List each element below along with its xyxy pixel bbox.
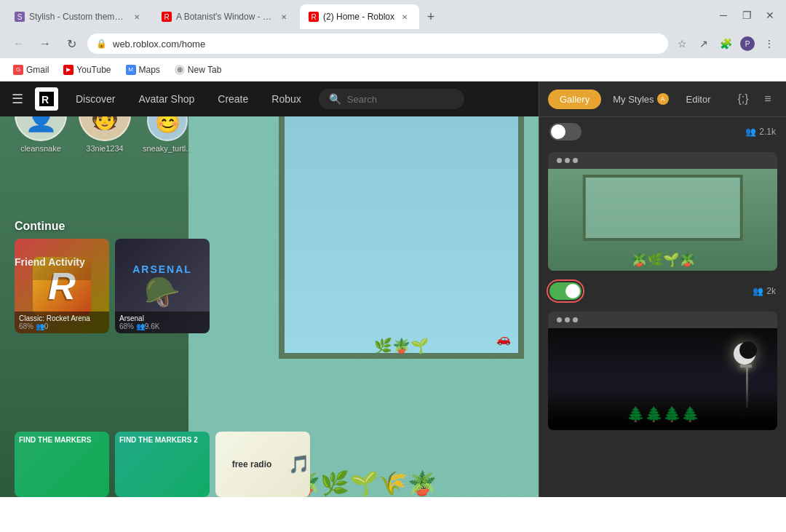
code-icon[interactable]: {;} <box>734 90 753 108</box>
header-icons: {;} ≡ <box>734 90 777 108</box>
toggle-1[interactable] <box>549 123 581 140</box>
bookmark-newtab[interactable]: ⊕ New Tab <box>170 63 226 76</box>
forward-button[interactable]: → <box>35 33 55 54</box>
tab-stylish[interactable]: S Stylish - Custom themes for any... ✕ <box>6 4 151 29</box>
night-dot3 <box>573 317 578 322</box>
hamburger-menu[interactable]: ☰ <box>12 91 23 107</box>
stylish-panel: Gallery My Styles A Editor {;} ≡ <box>539 82 786 497</box>
window-controls: ─ ❐ ✕ <box>713 5 780 28</box>
tab-home[interactable]: R (2) Home - Roblox ✕ <box>300 4 419 29</box>
maps-favicon: M <box>126 65 136 75</box>
tab-close-stylish[interactable]: ✕ <box>131 11 143 23</box>
rocket-arena-info: Classic: Rocket Arena 68% 👥0 <box>15 311 109 333</box>
tab-botanist[interactable]: R A Botanist's Window - Roblox | L... ✕ <box>153 4 298 29</box>
window-frame: 🌿🪴🌱 🚗 <box>279 89 524 359</box>
scrollable-panel[interactable]: 👥 2.1k <box>539 117 786 497</box>
dot1 <box>557 158 562 163</box>
tab-favicon-stylish: S <box>15 12 25 22</box>
tab-my-styles[interactable]: My Styles A <box>607 89 674 109</box>
nav-create[interactable]: Create <box>212 90 254 108</box>
youtube-label: YouTube <box>76 65 111 75</box>
card-find-markers[interactable]: FIND THE MARKERS <box>15 432 109 497</box>
users-icon-2: 👥 <box>753 286 763 296</box>
bookmark-star-icon[interactable]: ☆ <box>674 36 690 52</box>
game-cards-row: Classic: Rocket Arena 68% 👥0 ARSENAL <box>15 239 210 333</box>
toggle-2[interactable] <box>549 282 581 300</box>
tab-close-home[interactable]: ✕ <box>399 11 410 23</box>
newtab-label: New Tab <box>188 65 221 75</box>
restore-button[interactable]: ❐ <box>737 5 757 25</box>
trending-row: FIND THE MARKERS FIND THE MARKERS 2 free… <box>15 432 539 497</box>
lock-icon: 🔒 <box>96 39 107 49</box>
tab-label-home: (2) Home - Roblox <box>323 12 394 22</box>
style-card-night-header <box>548 311 777 328</box>
game-card-rocket[interactable]: Classic: Rocket Arena 68% 👥0 <box>15 239 109 333</box>
bookmark-gmail[interactable]: G Gmail <box>9 63 53 76</box>
dot-menu-night[interactable] <box>557 317 578 322</box>
more-options-icon[interactable]: ⋮ <box>761 36 777 52</box>
markers1-label: FIND THE MARKERS <box>15 432 109 448</box>
nav-avatar-shop[interactable]: Avatar Shop <box>132 90 200 108</box>
bookmark-maps[interactable]: M Maps <box>122 63 164 76</box>
night-dot2 <box>565 317 570 322</box>
nav-discover[interactable]: Discover <box>70 90 121 108</box>
extensions-icon[interactable]: 🧩 <box>718 36 734 52</box>
game-card-arsenal[interactable]: ARSENAL 🪖 Arsenal 68% 👥9.6K <box>115 239 210 333</box>
maps-label: Maps <box>139 65 160 75</box>
browser-window: S Stylish - Custom themes for any... ✕ R… <box>0 0 786 497</box>
tab-close-botanist[interactable]: ✕ <box>278 11 290 23</box>
address-bar: ← → ↻ 🔒 web.roblox.com/home ☆ ↗ 🧩 P ⋮ <box>0 29 786 58</box>
card-free-radio[interactable]: free radio 🎵 <box>215 432 310 497</box>
moon-shadow <box>739 341 757 359</box>
roblox-content: ☰ R Discover Avatar Shop Create Robux 🔍 <box>0 82 539 497</box>
avatar-cleansnake-name: cleansnake <box>20 144 61 153</box>
arsenal-info: Arsenal 68% 👥9.6K <box>115 311 210 333</box>
roblox-search-box[interactable]: 🔍 <box>319 89 464 109</box>
night-trees: 🌲🌲🌲🌲 <box>548 405 777 423</box>
rocket-stats: 68% 👥0 <box>19 322 105 330</box>
back-button[interactable]: ← <box>9 33 29 54</box>
minimize-button[interactable]: ─ <box>713 5 734 25</box>
users-count-2: 👥 2k <box>753 286 776 296</box>
avatar-sneaky-name: sneaky_turtl... <box>143 144 192 153</box>
share-icon[interactable]: ↗ <box>696 36 712 52</box>
tab-gallery[interactable]: Gallery <box>548 90 601 109</box>
continue-section: Continue Classic: Rocket Arena <box>15 220 210 333</box>
arsenal-stats: 68% 👥9.6K <box>119 322 205 330</box>
dot3 <box>573 158 578 163</box>
nav-robux[interactable]: Robux <box>266 90 306 108</box>
dot-menu-botanist[interactable] <box>557 158 578 163</box>
users-count-1: 👥 2.1k <box>745 127 776 137</box>
night-preview: 🌲🌲🌲🌲 <box>548 328 777 430</box>
address-input[interactable]: 🔒 web.roblox.com/home <box>87 33 668 54</box>
new-tab-button[interactable]: + <box>421 7 441 27</box>
tab-editor[interactable]: Editor <box>680 90 717 109</box>
continue-label: Continue <box>15 220 210 233</box>
bookmark-youtube[interactable]: ▶ YouTube <box>59 63 115 76</box>
menu-icon[interactable]: ≡ <box>758 90 777 108</box>
bookmarks-bar: G Gmail ▶ YouTube M Maps ⊕ New Tab <box>0 58 786 82</box>
dot2 <box>565 158 570 163</box>
gmail-label: Gmail <box>26 65 49 75</box>
botanist-preview: 🪴🌿🌱🪴 <box>548 169 777 271</box>
toggle-row-1: 👥 2.1k <box>539 117 786 146</box>
preview-window-frame <box>582 175 743 241</box>
users-number-2: 2k <box>766 286 776 296</box>
roblox-navbar: ☰ R Discover Avatar Shop Create Robux 🔍 <box>0 82 539 116</box>
my-styles-label: My Styles <box>613 94 654 105</box>
botanist-card-image: 🪴🌿🌱🪴 <box>548 169 777 271</box>
search-input[interactable] <box>347 94 454 105</box>
roblox-logo: R <box>35 87 58 111</box>
style-card-botanist-header <box>548 152 777 169</box>
card-find-markers2[interactable]: FIND THE MARKERS 2 <box>115 432 210 497</box>
main-area: ☰ R Discover Avatar Shop Create Robux 🔍 <box>0 82 786 497</box>
markers2-label: FIND THE MARKERS 2 <box>115 432 210 448</box>
profile-icon[interactable]: P <box>739 36 755 52</box>
background-scene: 🌿🪴🌱 🚗 🪴🌿🌱🌾🪴 👤 cleansnake <box>0 82 539 497</box>
reload-button[interactable]: ↻ <box>61 33 82 54</box>
rocket-title: Classic: Rocket Arena <box>19 314 105 322</box>
night-card-image: 🌲🌲🌲🌲 <box>548 328 777 430</box>
close-button[interactable]: ✕ <box>760 5 780 25</box>
tab-label-stylish: Stylish - Custom themes for any... <box>29 12 127 22</box>
style-card-night: 🌲🌲🌲🌲 <box>548 311 777 430</box>
